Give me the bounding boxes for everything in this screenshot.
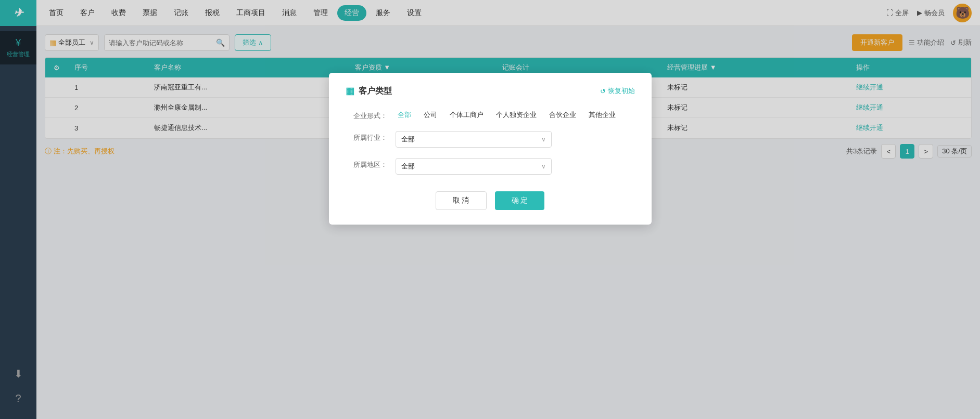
enterprise-form-label: 企业形式：: [346, 109, 387, 121]
modal-title: ▦ 客户类型: [346, 85, 392, 97]
cancel-button[interactable]: 取 消: [436, 191, 487, 210]
region-select-container: 全部 ∨: [396, 158, 635, 175]
enterprise-type-个体工商户[interactable]: 个体工商户: [448, 109, 486, 121]
modal-body: 企业形式： 全部公司个体工商户个人独资企业合伙企业其他企业 所属行业： 全部 ∨…: [346, 109, 635, 175]
reset-icon: ↺: [600, 87, 606, 95]
modal-title-text: 客户类型: [359, 86, 392, 97]
industry-select[interactable]: 全部 ∨: [396, 131, 552, 148]
enterprise-type-公司[interactable]: 公司: [422, 109, 439, 121]
enterprise-type-合伙企业[interactable]: 合伙企业: [547, 109, 578, 121]
region-value: 全部: [401, 162, 415, 171]
region-select[interactable]: 全部 ∨: [396, 158, 552, 175]
region-form-row: 所属地区： 全部 ∨: [346, 158, 635, 175]
enterprise-type-个人独资企业[interactable]: 个人独资企业: [494, 109, 539, 121]
modal-reset-label: 恢复初始: [608, 86, 635, 96]
industry-form-row: 所属行业： 全部 ∨: [346, 131, 635, 148]
enterprise-type-其他企业[interactable]: 其他企业: [587, 109, 618, 121]
enterprise-types: 全部公司个体工商户个人独资企业合伙企业其他企业: [396, 109, 635, 121]
confirm-button[interactable]: 确 定: [495, 191, 545, 210]
industry-arrow-icon: ∨: [541, 136, 546, 143]
modal-reset-button[interactable]: ↺ 恢复初始: [600, 86, 635, 96]
modal-overlay: ▦ 客户类型 ↺ 恢复初始 企业形式： 全部公司个体工商户个人独资企业合伙企业其…: [0, 0, 980, 419]
region-label: 所属地区：: [346, 158, 387, 169]
filter-modal: ▦ 客户类型 ↺ 恢复初始 企业形式： 全部公司个体工商户个人独资企业合伙企业其…: [329, 73, 652, 225]
industry-select-container: 全部 ∨: [396, 131, 635, 148]
industry-value: 全部: [401, 135, 415, 144]
enterprise-types-container: 全部公司个体工商户个人独资企业合伙企业其他企业: [396, 109, 635, 121]
modal-footer: 取 消 确 定: [346, 191, 635, 210]
region-arrow-icon: ∨: [541, 163, 546, 170]
modal-title-icon: ▦: [346, 85, 354, 97]
industry-label: 所属行业：: [346, 131, 387, 142]
enterprise-form-row: 企业形式： 全部公司个体工商户个人独资企业合伙企业其他企业: [346, 109, 635, 121]
modal-header: ▦ 客户类型 ↺ 恢复初始: [346, 85, 635, 97]
enterprise-type-全部[interactable]: 全部: [396, 109, 413, 121]
